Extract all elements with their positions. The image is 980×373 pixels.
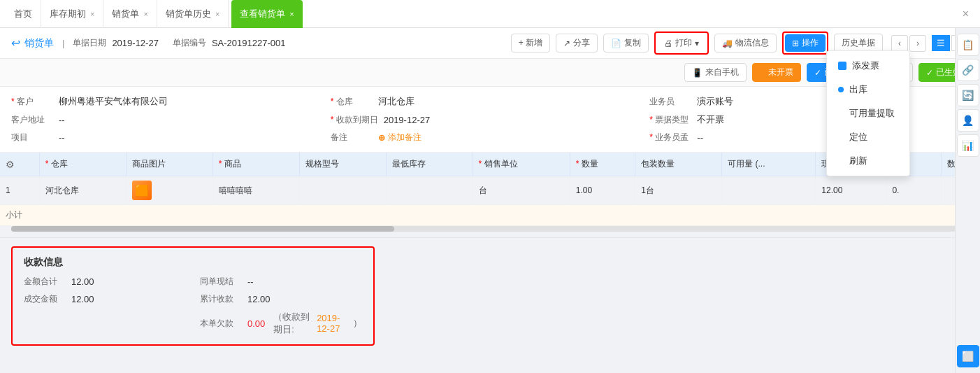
print-icon: 🖨 bbox=[664, 38, 672, 48]
dropdown-arrow: ▾ bbox=[695, 38, 699, 48]
settlement-value: -- bbox=[247, 276, 254, 287]
due-note-paren: （收款到期日: bbox=[273, 311, 311, 336]
date-value: 2019-12-27 bbox=[112, 38, 159, 48]
number-label: 单据编号 bbox=[173, 37, 206, 49]
subtotal-label: 小计 bbox=[0, 205, 980, 226]
not-open-button[interactable]: 未开票 bbox=[752, 63, 801, 82]
right-sidebar: 📋 🔗 🔄 👤 📊 ⬜ bbox=[955, 28, 980, 354]
list-view-button[interactable]: ☰ bbox=[932, 35, 950, 51]
locate-item[interactable]: 定位 bbox=[827, 125, 909, 149]
project-row: 项目 -- bbox=[11, 129, 331, 146]
ticket-row: 票据类型 不开票 bbox=[649, 111, 969, 129]
doc-type-label: 销货单 bbox=[24, 37, 54, 50]
salesman-row: 业务员孟 -- bbox=[649, 129, 969, 146]
invoice-icon bbox=[838, 62, 846, 70]
row-price: 0. bbox=[886, 176, 941, 205]
gear-icon: ⚙ bbox=[6, 159, 15, 170]
col-pkg: 包装数量 bbox=[635, 153, 722, 176]
copy-icon: 📄 bbox=[611, 38, 621, 48]
transaction-value: 12.00 bbox=[71, 294, 94, 304]
warehouse-label: 仓库 bbox=[331, 96, 373, 108]
product-image: 🟧 bbox=[132, 181, 152, 200]
close-tab-view-sales[interactable]: × bbox=[289, 10, 294, 18]
amount-value: 12.00 bbox=[71, 276, 94, 287]
phone-icon: 📱 bbox=[692, 68, 702, 78]
tab-view-sales[interactable]: 查看销货单 × bbox=[231, 0, 302, 28]
orange-dot bbox=[760, 70, 765, 76]
grid-icon: ⊞ bbox=[792, 38, 799, 48]
available-qty-item[interactable]: 可用量提取 bbox=[827, 101, 909, 125]
payment-left: 金额合计 12.00 成交金额 12.00 bbox=[24, 276, 186, 336]
prev-button[interactable]: ‹ bbox=[891, 35, 908, 52]
share-button[interactable]: ↗ 分享 bbox=[556, 34, 598, 52]
date-label: 单据日期 bbox=[73, 37, 106, 49]
salesman-value: -- bbox=[697, 132, 703, 143]
col-unit: 销售单位 bbox=[473, 153, 570, 176]
row-pkg: 1台 bbox=[635, 176, 722, 205]
col-qty: 数量 bbox=[570, 153, 635, 176]
tab-bar: 首页 库存期初 × 销货单 × 销货单历史 × 查看销货单 × × bbox=[0, 0, 980, 28]
address-value: -- bbox=[59, 115, 65, 125]
logistics-button[interactable]: 🚚 物流信息 bbox=[714, 34, 777, 52]
note-label: 备注 bbox=[331, 132, 373, 143]
close-tab-history[interactable]: × bbox=[215, 10, 219, 18]
subtotal-row: 小计 bbox=[0, 205, 980, 226]
close-tab-inventory[interactable]: × bbox=[90, 10, 94, 18]
history-button[interactable]: 历史单据 bbox=[834, 34, 883, 52]
col-min-stock: 最低库存 bbox=[386, 153, 473, 176]
outbound-item[interactable]: 出库 bbox=[827, 78, 909, 101]
print-button[interactable]: 🖨 打印 ▾ bbox=[657, 34, 706, 52]
row-warehouse: 河北仓库 bbox=[39, 176, 126, 205]
tab-home[interactable]: 首页 bbox=[6, 0, 41, 28]
col-settings[interactable]: ⚙ bbox=[0, 153, 39, 176]
cumulative-row: 累计收款 12.00 bbox=[200, 293, 362, 305]
new-button[interactable]: + 新增 bbox=[511, 34, 550, 52]
outbound-dot bbox=[838, 87, 844, 92]
add-note-button[interactable]: ⊕ 添加备注 bbox=[378, 132, 421, 143]
payment-date-row: 收款到期日 2019-12-27 bbox=[331, 111, 650, 129]
sidebar-edit-icon[interactable]: 📋 bbox=[957, 34, 979, 56]
tab-inventory[interactable]: 库存期初 × bbox=[41, 0, 103, 28]
doc-type: ↩ 销货单 bbox=[11, 36, 54, 50]
cumulative-value: 12.00 bbox=[247, 294, 271, 304]
window-close-button[interactable]: × bbox=[957, 8, 974, 20]
tab-history[interactable]: 销货单历史 × bbox=[157, 0, 229, 28]
close-tab-sales[interactable]: × bbox=[143, 10, 147, 18]
tab-sales[interactable]: 销货单 × bbox=[103, 0, 157, 28]
next-button[interactable]: › bbox=[909, 35, 926, 52]
from-phone-button[interactable]: 📱 来自手机 bbox=[684, 63, 747, 82]
row-qty: 1.00 bbox=[570, 176, 635, 205]
check-icon: ✓ bbox=[814, 68, 821, 78]
operate-dropdown: 添发票 出库 可用量提取 定位 刷新 bbox=[826, 50, 910, 176]
add-invoice-item[interactable]: 添发票 bbox=[827, 54, 909, 78]
salesman-label: 业务员孟 bbox=[649, 132, 691, 143]
row-min-stock bbox=[386, 176, 473, 205]
payment-date-label: 收款到期日 bbox=[331, 114, 378, 126]
customer-value: 柳州粤港平安气体有限公司 bbox=[59, 95, 168, 108]
share-icon: ↗ bbox=[563, 38, 570, 48]
sidebar-user-icon[interactable]: 👤 bbox=[957, 109, 979, 132]
ticket-label: 票据类型 bbox=[649, 114, 691, 126]
transaction-row: 成交金额 12.00 bbox=[24, 293, 186, 305]
operate-button[interactable]: ⊞ 操作 bbox=[785, 34, 826, 52]
refresh-item[interactable]: 刷新 bbox=[827, 149, 909, 173]
copy-button[interactable]: 📄 复制 bbox=[603, 34, 649, 52]
sidebar-rotate-icon[interactable]: 🔄 bbox=[957, 84, 979, 106]
sidebar-chart-icon[interactable]: 📊 bbox=[957, 134, 979, 157]
amount-row: 金额合计 12.00 bbox=[24, 276, 186, 288]
payment-grid: 金额合计 12.00 成交金额 12.00 同单现结 -- 累计收款 12.00… bbox=[24, 276, 362, 336]
customer-label: 客户 bbox=[11, 96, 53, 108]
payment-date-value: 2019-12-27 bbox=[384, 115, 431, 125]
horizontal-scrollbar[interactable] bbox=[11, 226, 969, 232]
plus-icon: ⊕ bbox=[378, 133, 385, 143]
col-warehouse: 仓库 bbox=[39, 153, 126, 176]
row-unit: 台 bbox=[473, 176, 570, 205]
row-product: 嘻嘻嘻嘻 bbox=[212, 176, 299, 205]
col-spec: 规格型号 bbox=[299, 153, 386, 176]
sidebar-expand-icon[interactable]: ⬜ bbox=[957, 345, 979, 354]
staff-row: 业务员 演示账号 bbox=[649, 92, 969, 111]
sidebar-link-icon[interactable]: 🔗 bbox=[957, 59, 979, 81]
table-row: 1 河北仓库 🟧 嘻嘻嘻嘻 台 1.00 1台 12.00 0. bbox=[0, 176, 980, 205]
staff-value: 演示账号 bbox=[697, 95, 733, 108]
row-current: 12.00 bbox=[816, 176, 886, 205]
